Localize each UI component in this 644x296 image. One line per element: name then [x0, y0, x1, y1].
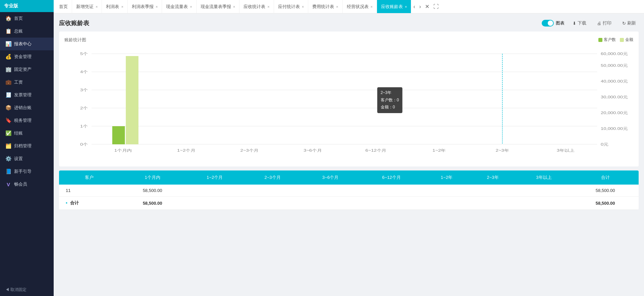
total-m1-2 — [186, 197, 244, 210]
refresh-btn[interactable]: ↻ 刷新 — [620, 19, 639, 28]
cell-m2-3 — [244, 185, 301, 197]
tab-close-expense[interactable]: × — [336, 5, 338, 9]
sidebar-item-vip[interactable]: V 畅会员 — [0, 178, 54, 191]
tab-close-ar-stat[interactable]: × — [267, 5, 269, 9]
tab-biz-status[interactable]: 经营状况表 × — [343, 0, 377, 13]
sidebar-label-settings: 设置 — [14, 156, 23, 162]
tab-close-profit[interactable]: × — [121, 5, 123, 9]
download-icon: ⬇ — [573, 21, 576, 26]
main-area: 首页 新增凭证 × 利润表 × 利润表季报 × 现金流量表 × 现金流量表季报 … — [54, 0, 644, 296]
tab-close-cashflow[interactable]: × — [190, 5, 192, 9]
tab-ar-aging[interactable]: 应收账龄表 × — [377, 0, 411, 13]
sidebar-label-asset: 固定资产 — [14, 66, 32, 72]
sidebar-label-vip: 畅会员 — [14, 181, 27, 187]
col-m1-2: 1~2个月 — [186, 170, 244, 185]
download-btn[interactable]: ⬇ 下载 — [570, 19, 589, 28]
sidebar-item-salary[interactable]: 💼 工资 — [0, 76, 54, 89]
toggle-label: 图表 — [556, 20, 565, 26]
tab-cashflow[interactable]: 现金流量表 × — [162, 0, 196, 13]
total-y3 — [516, 197, 572, 210]
tab-nav-left[interactable]: ‹ — [411, 0, 417, 13]
invoice-icon: 🧾 — [5, 92, 11, 98]
total-m3-6 — [302, 197, 359, 210]
legend-customer-dot — [598, 38, 602, 42]
svg-text:3~6个月: 3~6个月 — [304, 148, 322, 153]
refresh-label: 刷新 — [627, 20, 636, 26]
tab-cashflow-q[interactable]: 现金流量表季报 × — [197, 0, 239, 13]
sidebar-label-settle: 结账 — [14, 130, 23, 136]
sidebar-label-salary: 工资 — [14, 79, 23, 85]
salary-icon: 💼 — [5, 79, 11, 85]
tab-close-ar-aging[interactable]: × — [405, 5, 407, 9]
sidebar-item-report[interactable]: 📊 报表中心 — [0, 38, 54, 50]
tab-close-all[interactable]: ✕ — [423, 0, 431, 13]
cell-total: 58,500.00 — [572, 185, 639, 197]
svg-text:1~2年: 1~2年 — [432, 148, 446, 153]
sidebar-item-inventory[interactable]: 📦 进销台账 — [0, 101, 54, 114]
total-m2-3 — [244, 197, 301, 210]
tab-expense[interactable]: 费用统计表 × — [308, 0, 342, 13]
download-label: 下载 — [578, 20, 586, 26]
tab-ar-stat[interactable]: 应收统计表 × — [239, 0, 274, 13]
sidebar-label-ledger: 总账 — [14, 28, 23, 34]
sidebar-item-settle[interactable]: ✅ 结账 — [0, 127, 54, 140]
sidebar-item-home[interactable]: 🏠 首页 — [0, 12, 54, 25]
sidebar-item-capital[interactable]: 💰 资金管理 — [0, 50, 54, 63]
tab-bar: 首页 新增凭证 × 利润表 × 利润表季报 × 现金流量表 × 现金流量表季报 … — [54, 0, 644, 13]
refresh-icon: ↻ — [622, 21, 626, 26]
home-icon: 🏠 — [5, 15, 11, 21]
tab-nav-right[interactable]: › — [417, 0, 423, 13]
toggle-track[interactable] — [542, 20, 554, 27]
sidebar-label-inventory: 进销台账 — [14, 105, 32, 111]
tab-expand[interactable]: ⛶ — [431, 0, 441, 13]
tab-close-biz-status[interactable]: × — [371, 5, 373, 9]
svg-text:50,000.00元: 50,000.00元 — [601, 63, 628, 68]
page-header: 应收账龄表 图表 ⬇ 下载 🖨 打印 ↻ 刷新 — [59, 19, 639, 28]
sidebar-item-invoice[interactable]: 🧾 发票管理 — [0, 89, 54, 101]
svg-text:3个: 3个 — [80, 88, 88, 92]
tab-home[interactable]: 首页 — [55, 0, 72, 13]
settings-icon: ⚙️ — [5, 156, 11, 162]
tab-profit[interactable]: 利润表 × — [102, 0, 127, 13]
svg-text:2~3年: 2~3年 — [496, 148, 509, 153]
total-label-text: 合计 — [70, 200, 79, 205]
table-total-row: ▪ 合计 58,500.00 58,500.00 — [59, 197, 639, 210]
sidebar-label-report: 报表中心 — [14, 41, 32, 47]
svg-text:60,000.00元: 60,000.00元 — [601, 52, 628, 56]
bar-amount-1 — [126, 56, 139, 144]
sidebar-item-asset[interactable]: 🏢 固定资产 — [0, 63, 54, 76]
svg-text:3年以上: 3年以上 — [557, 148, 575, 153]
chart-toggle[interactable]: 图表 — [542, 20, 565, 27]
ledger-icon: 📋 — [5, 28, 11, 34]
tab-ap-stat[interactable]: 应付统计表 × — [274, 0, 308, 13]
table-header-row: 客户 1个月内 1~2个月 2~3个月 3~6个月 6~12个月 1~2年 2~… — [59, 170, 639, 185]
col-y1-2: 1~2年 — [424, 170, 470, 185]
tab-voucher[interactable]: 新增凭证 × — [72, 0, 102, 13]
svg-text:1个: 1个 — [80, 124, 88, 129]
sidebar-item-ledger[interactable]: 📋 总账 — [0, 25, 54, 38]
cell-m6-12 — [359, 185, 424, 197]
sidebar-collapse-btn[interactable]: ◀ 取消固定 — [0, 284, 54, 296]
sidebar-item-guide[interactable]: 📘 新手引导 — [0, 165, 54, 178]
cell-m3-6 — [302, 185, 359, 197]
tab-close-profit-q[interactable]: × — [156, 5, 158, 9]
sidebar-item-settings[interactable]: ⚙️ 设置 — [0, 152, 54, 165]
tab-close-ap-stat[interactable]: × — [302, 5, 304, 9]
capital-icon: 💰 — [5, 54, 11, 60]
col-m2-3: 2~3个月 — [244, 170, 301, 185]
col-m3-6: 3~6个月 — [302, 170, 359, 185]
col-customer: 客户 — [59, 170, 119, 185]
cell-y1-2 — [424, 185, 470, 197]
tab-profit-q[interactable]: 利润表季报 × — [128, 0, 162, 13]
sidebar-item-archive[interactable]: 🗂️ 归档管理 — [0, 140, 54, 152]
page-title: 应收账龄表 — [59, 19, 89, 27]
col-m1: 1个月内 — [119, 170, 186, 185]
tab-close-voucher[interactable]: × — [96, 5, 98, 9]
print-btn[interactable]: 🖨 打印 — [594, 19, 614, 28]
tab-close-cashflow-q[interactable]: × — [233, 5, 235, 9]
print-icon: 🖨 — [597, 21, 601, 26]
sidebar-item-tax[interactable]: 🔖 税务管理 — [0, 114, 54, 127]
sidebar-label-capital: 资金管理 — [14, 54, 32, 60]
print-label: 打印 — [603, 20, 611, 26]
svg-text:0个: 0个 — [80, 142, 88, 147]
